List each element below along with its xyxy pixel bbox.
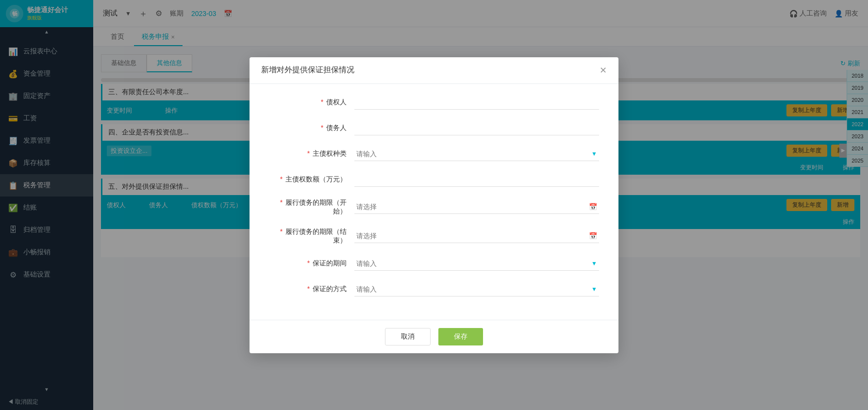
required-star: * — [321, 98, 323, 106]
period-start-input[interactable] — [354, 200, 599, 213]
period-end-input[interactable] — [354, 229, 599, 243]
dialog-title: 新增对外提供保证担保情况 — [261, 65, 354, 75]
period-end-calendar-icon[interactable]: 📅 — [589, 232, 597, 240]
form-row-debt-type: * 主债权种类 ▼ — [269, 147, 599, 161]
dialog-close-btn[interactable]: ✕ — [600, 65, 607, 76]
required-star3: * — [307, 149, 310, 157]
period-start-calendar-icon[interactable]: 📅 — [589, 203, 597, 211]
form-row-debt-amount: * 主债权数额（万元） — [269, 173, 599, 187]
dialog: 新增对外提供保证担保情况 ✕ * 债权人 * 债务人 — [250, 57, 618, 353]
form-row-period-start: * 履行债务的期限（开始） 📅 — [269, 198, 599, 216]
cancel-button[interactable]: 取消 — [385, 328, 431, 345]
required-star4: * — [280, 175, 283, 183]
debtor-input[interactable] — [354, 121, 599, 135]
dialog-overlay: 新增对外提供保证担保情况 ✕ * 债权人 * 债务人 — [0, 0, 868, 410]
guarantee-method-wrap: ▼ — [354, 282, 599, 296]
dialog-footer: 取消 保存 — [250, 320, 618, 353]
debt-type-label: * 主债权种类 — [269, 149, 347, 158]
period-start-wrap: 📅 — [354, 200, 599, 214]
period-end-label: * 履行债务的期限（结束） — [269, 228, 347, 245]
debt-type-input[interactable] — [354, 147, 599, 161]
guarantee-period-wrap: ▼ — [354, 257, 599, 271]
creditor-input[interactable] — [354, 96, 599, 110]
guarantee-period-label: * 保证的期间 — [269, 259, 347, 268]
dialog-header: 新增对外提供保证担保情况 ✕ — [250, 57, 618, 84]
debtor-label: * 债务人 — [269, 124, 347, 132]
debt-type-chevron-icon[interactable]: ▼ — [591, 150, 597, 157]
required-star5: * — [280, 198, 283, 206]
guarantee-period-input[interactable] — [354, 257, 599, 270]
form-row-period-end: * 履行债务的期限（结束） 📅 — [269, 228, 599, 245]
debt-type-select-wrap: ▼ — [354, 147, 599, 161]
guarantee-period-chevron-icon[interactable]: ▼ — [591, 260, 597, 267]
required-star8: * — [307, 285, 310, 293]
debt-amount-input[interactable] — [354, 173, 599, 187]
debt-amount-label: * 主债权数额（万元） — [269, 175, 347, 184]
guarantee-method-input[interactable] — [354, 282, 599, 296]
guarantee-method-chevron-icon[interactable]: ▼ — [591, 286, 597, 293]
dialog-body: * 债权人 * 债务人 * 主债权种类 — [250, 84, 618, 320]
required-star7: * — [307, 259, 310, 267]
form-row-debtor: * 债务人 — [269, 121, 599, 135]
form-row-creditor: * 债权人 — [269, 96, 599, 110]
creditor-label: * 债权人 — [269, 98, 347, 107]
period-end-wrap: 📅 — [354, 229, 599, 243]
form-row-guarantee-period: * 保证的期间 ▼ — [269, 257, 599, 271]
form-row-guarantee-method: * 保证的方式 ▼ — [269, 282, 599, 296]
save-button[interactable]: 保存 — [438, 328, 483, 345]
required-star6: * — [280, 228, 283, 235]
period-start-label: * 履行债务的期限（开始） — [269, 198, 347, 216]
guarantee-method-label: * 保证的方式 — [269, 285, 347, 294]
required-star2: * — [321, 124, 323, 131]
